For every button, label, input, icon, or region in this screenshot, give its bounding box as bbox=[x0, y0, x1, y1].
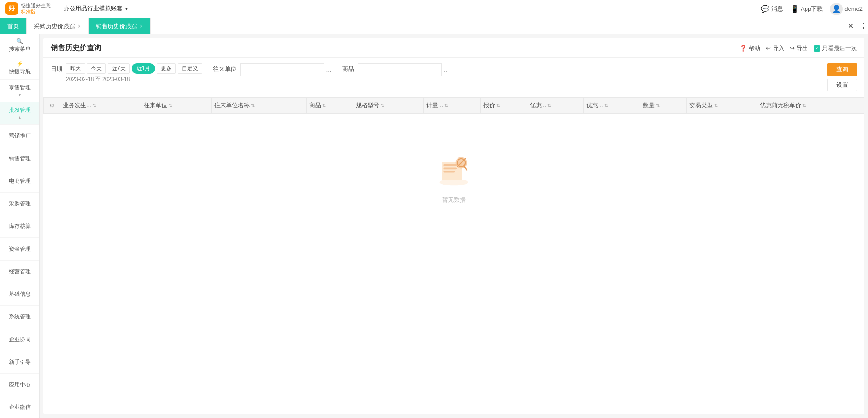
download-icon: 📱 bbox=[790, 5, 799, 13]
sidebar-item-label: 资金管理 bbox=[9, 246, 31, 253]
th-discount1: 优惠... ⇅ bbox=[527, 98, 583, 114]
sidebar-item-guide[interactable]: 新手引导 bbox=[0, 351, 39, 374]
sidebar-item-sales-mgmt[interactable]: 销售管理 bbox=[0, 147, 39, 170]
topbar: 好 畅捷通好生意 标准版 办公用品行业模拟账套 ▼ 💬 消息 📱 App下载 👤… bbox=[0, 0, 868, 18]
empty-text: 暂无数据 bbox=[442, 196, 466, 204]
sidebar-item-quick-nav[interactable]: ⚡ 快捷导航 bbox=[0, 57, 39, 80]
date-1month-btn[interactable]: 近1月 bbox=[132, 63, 156, 74]
chevron-up-icon: ▲ bbox=[18, 115, 22, 120]
th-quantity: 数量 ⇅ bbox=[640, 98, 686, 114]
logo-text: 畅捷通好生意 bbox=[21, 2, 51, 9]
logo-area: 好 畅捷通好生意 标准版 bbox=[5, 2, 51, 15]
th-partner-name-label: 往来单位名称 bbox=[214, 101, 250, 109]
quick-nav-icon: ⚡ bbox=[16, 61, 23, 67]
help-btn[interactable]: ❓ 帮助 bbox=[740, 44, 760, 52]
close-tab-purchase-icon[interactable]: × bbox=[78, 23, 81, 29]
sidebar-item-enterprise-wechat[interactable]: 企业微信 bbox=[0, 396, 39, 418]
download-label: App下载 bbox=[801, 5, 823, 13]
import-icon: ↩ bbox=[766, 45, 771, 52]
partner-input-group: ... bbox=[240, 63, 331, 76]
sidebar-item-label: 营销推广 bbox=[9, 133, 31, 140]
sort-icon: ⇅ bbox=[656, 103, 660, 108]
sidebar-item-inventory[interactable]: 库存核算 bbox=[0, 215, 39, 238]
date-7days-btn[interactable]: 近7天 bbox=[108, 63, 130, 74]
th-no-tax-price: 优惠前无税单价 ⇅ bbox=[757, 98, 864, 114]
user-area[interactable]: 👤 demo2 bbox=[830, 3, 863, 15]
th-discount2-label: 优惠... bbox=[586, 101, 603, 109]
app-selector[interactable]: 办公用品行业模拟账套 ▼ bbox=[58, 5, 129, 13]
chevron-down-icon: ▼ bbox=[124, 6, 129, 11]
import-label: 导入 bbox=[773, 44, 784, 52]
sidebar-item-app-center[interactable]: 应用中心 bbox=[0, 374, 39, 396]
sidebar-item-label: 企业微信 bbox=[9, 404, 31, 411]
sidebar-item-label: 新手引导 bbox=[9, 359, 31, 366]
sidebar-item-wholesale[interactable]: 批发管理 ▲ bbox=[0, 102, 39, 125]
sidebar: 🔍 搜索菜单 ⚡ 快捷导航 零售管理 ▼ 批发管理 ▲ 营销推广 销售管理 电商… bbox=[0, 34, 40, 418]
query-btn[interactable]: 查询 bbox=[827, 63, 857, 76]
close-tab-sales-icon[interactable]: × bbox=[140, 23, 143, 29]
export-btn[interactable]: ↪ 导出 bbox=[790, 44, 808, 52]
gear-icon[interactable]: ⚙ bbox=[49, 102, 55, 109]
sidebar-item-label: 基础信息 bbox=[9, 291, 31, 298]
sidebar-item-enterprise-collab[interactable]: 企业协同 bbox=[0, 328, 39, 351]
th-no-tax-price-label: 优惠前无税单价 bbox=[760, 101, 801, 109]
sidebar-item-label: 电商管理 bbox=[9, 178, 31, 185]
message-label: 消息 bbox=[771, 5, 783, 13]
sidebar-item-purchase[interactable]: 采购管理 bbox=[0, 193, 39, 215]
tab-sales-history[interactable]: 销售历史价跟踪 × bbox=[89, 18, 151, 34]
page-header: 销售历史价查询 ❓ 帮助 ↩ 导入 ↪ 导出 ✓ bbox=[43, 38, 864, 58]
goods-input[interactable] bbox=[358, 63, 442, 76]
import-btn[interactable]: ↩ 导入 bbox=[766, 44, 784, 52]
date-today-btn[interactable]: 今天 bbox=[87, 63, 106, 74]
only-last-label: 只看最后一次 bbox=[822, 44, 857, 52]
main-layout: 🔍 搜索菜单 ⚡ 快捷导航 零售管理 ▼ 批发管理 ▲ 营销推广 销售管理 电商… bbox=[0, 34, 868, 418]
th-partner-code-label: 往来单位 bbox=[144, 101, 167, 109]
th-quantity-label: 数量 bbox=[643, 101, 655, 109]
date-custom-btn[interactable]: 自定义 bbox=[178, 63, 202, 74]
sort-icon: ⇅ bbox=[93, 103, 96, 108]
th-discount1-label: 优惠... bbox=[530, 101, 547, 109]
partner-ellipsis-btn[interactable]: ... bbox=[326, 66, 331, 73]
sort-icon: ⇅ bbox=[444, 103, 448, 108]
settings-btn[interactable]: 设置 bbox=[827, 79, 857, 91]
topbar-right: 💬 消息 📱 App下载 👤 demo2 bbox=[761, 3, 863, 15]
table-area: ⚙ 业务发生... ⇅ 往来单位 bbox=[43, 97, 864, 414]
sidebar-item-marketing[interactable]: 营销推广 bbox=[0, 125, 39, 147]
sidebar-item-retail[interactable]: 零售管理 ▼ bbox=[0, 80, 39, 102]
tab-purchase-history[interactable]: 采购历史价跟踪 × bbox=[27, 18, 89, 34]
chevron-down-icon: ▼ bbox=[18, 92, 22, 97]
sidebar-item-finance[interactable]: 资金管理 bbox=[0, 238, 39, 261]
checkbox-checked-icon: ✓ bbox=[814, 45, 820, 52]
th-partner-code: 往来单位 ⇅ bbox=[141, 98, 211, 114]
date-yesterday-btn[interactable]: 昨天 bbox=[66, 63, 85, 74]
app-download-btn[interactable]: 📱 App下载 bbox=[790, 5, 823, 13]
maximize-btn[interactable]: ⛶ bbox=[857, 22, 864, 30]
svg-rect-3 bbox=[444, 168, 457, 170]
only-last-checkbox[interactable]: ✓ 只看最后一次 bbox=[814, 44, 857, 52]
table-header-row: ⚙ 业务发生... ⇅ 往来单位 bbox=[44, 98, 864, 114]
close-all-tabs-btn[interactable]: ✕ bbox=[848, 22, 854, 30]
logo-label: 标准版 bbox=[21, 9, 51, 15]
date-more-btn[interactable]: 更多 bbox=[157, 63, 176, 74]
message-btn[interactable]: 💬 消息 bbox=[761, 5, 783, 13]
sidebar-item-label: 库存核算 bbox=[9, 223, 31, 230]
avatar: 👤 bbox=[830, 3, 843, 15]
sidebar-item-operations[interactable]: 经营管理 bbox=[0, 261, 39, 283]
sort-icon: ⇅ bbox=[251, 103, 255, 108]
goods-ellipsis-btn[interactable]: ... bbox=[443, 66, 449, 73]
th-discount2: 优惠... ⇅ bbox=[583, 98, 640, 114]
empty-illustration bbox=[434, 150, 474, 190]
sidebar-item-system[interactable]: 系统管理 bbox=[0, 306, 39, 328]
tabbar: 首页 采购历史价跟踪 × 销售历史价跟踪 × ✕ ⛶ bbox=[0, 18, 868, 34]
sidebar-item-basic-info[interactable]: 基础信息 bbox=[0, 283, 39, 306]
filter-action-btns: 查询 设置 bbox=[827, 63, 857, 91]
th-spec: 规格型号 ⇅ bbox=[353, 98, 423, 114]
content-area: 销售历史价查询 ❓ 帮助 ↩ 导入 ↪ 导出 ✓ bbox=[40, 34, 868, 418]
tab-home[interactable]: 首页 bbox=[0, 18, 27, 34]
partner-input[interactable] bbox=[240, 63, 324, 76]
th-gear: ⚙ bbox=[44, 98, 60, 114]
sidebar-item-ecommerce[interactable]: 电商管理 bbox=[0, 170, 39, 193]
sidebar-item-search-menu[interactable]: 🔍 搜索菜单 bbox=[0, 34, 39, 57]
th-goods: 商品 ⇅ bbox=[307, 98, 353, 114]
svg-rect-4 bbox=[444, 171, 455, 173]
